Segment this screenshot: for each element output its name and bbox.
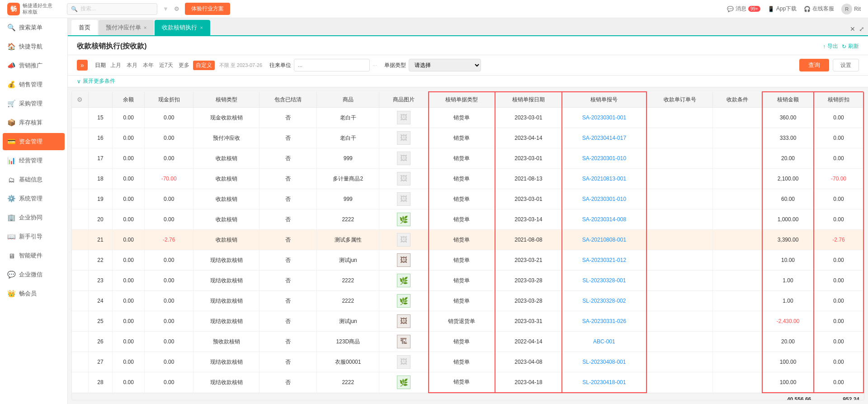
search-placeholder: 搜索... <box>80 5 96 13</box>
setting-button[interactable]: 设置 <box>833 59 859 71</box>
table-row: 17 0.00 0.00 收款核销 否 999 🖼 销货单 2023-03-01… <box>72 148 863 169</box>
table-row: 22 0.00 0.00 现结收款核销 否 测试jun 🖼 销货单 2023-0… <box>72 250 863 271</box>
sidebar-item-hardware[interactable]: 🖥智能硬件 <box>0 246 67 265</box>
td-goods-img: 🖼 <box>379 311 429 332</box>
td-balance: 0.00 <box>113 291 145 311</box>
doctype-select[interactable]: 请选择 <box>409 59 481 71</box>
td-seq: 25 <box>88 311 113 332</box>
td-writeoff-type: 现结收款核销 <box>193 372 259 393</box>
td-goods: 2222 <box>317 271 379 291</box>
maximize-icon[interactable]: ⤢ <box>859 25 864 33</box>
td-goods: 老白干 <box>317 128 379 148</box>
sidebar-item-search[interactable]: 🔍搜索菜单 <box>0 18 67 37</box>
industry-btn[interactable]: 体验行业方案 <box>185 3 230 15</box>
refresh-icon: ↻ <box>842 43 846 50</box>
export-button[interactable]: ↑ 导出 <box>823 43 838 50</box>
sidebar-item-operation[interactable]: 📊经营管理 <box>0 151 67 170</box>
td-writeoff-doc-no[interactable]: SA-20230331-026 <box>562 311 646 332</box>
td-writeoff-doc-no[interactable]: SL-20230418-001 <box>562 372 646 393</box>
table-body: 15 0.00 0.00 现金收款核销 否 老白干 🖼 销货单 2023-03-… <box>72 108 863 393</box>
td-writeoff-amount: 10.00 <box>762 250 814 271</box>
date-option-custom[interactable]: 自定义 <box>193 61 215 70</box>
close-window-icon[interactable]: ✕ <box>850 25 855 33</box>
date-option-7days[interactable]: 近7天 <box>157 61 175 70</box>
td-seq: 24 <box>88 291 113 311</box>
partner-more-icon[interactable]: ··· <box>373 62 377 68</box>
sidebar-item-basic[interactable]: 🗂基础信息 <box>0 170 67 189</box>
sidebar-item-system[interactable]: ⚙️系统管理 <box>0 189 67 208</box>
sidebar-label-sales: 销售管理 <box>19 81 42 89</box>
td-writeoff-doc-no[interactable]: SA-20230301-010 <box>562 189 646 209</box>
td-writeoff-doc-type: 销货单 <box>429 250 495 271</box>
td-writeoff-doc-no[interactable]: SA-20230414-017 <box>562 128 646 148</box>
td-goods-img: 🖼 <box>379 250 429 271</box>
sidebar-item-guide[interactable]: 📖新手引导 <box>0 227 67 246</box>
td-seq: 26 <box>88 332 113 352</box>
column-settings-icon[interactable]: ⚙ <box>77 96 83 103</box>
date-option-this-year[interactable]: 本年 <box>141 61 156 70</box>
td-receipt-order-no <box>646 148 713 169</box>
td-writeoff-doc-no[interactable]: SA-20230314-008 <box>562 209 646 230</box>
query-button[interactable]: 查询 <box>799 59 829 71</box>
sidebar-item-wechat[interactable]: 💬企业微信 <box>0 265 67 284</box>
td-writeoff-type: 现结收款核销 <box>193 311 259 332</box>
sidebar-icon-finance: 💳 <box>7 138 15 146</box>
td-writeoff-doc-no[interactable]: SL-20230328-001 <box>562 271 646 291</box>
td-writeoff-doc-no[interactable]: SA-20210808-001 <box>562 230 646 250</box>
user-action[interactable]: R Rit <box>841 4 861 14</box>
table-row: 28 0.00 0.00 现结收款核销 否 2222 🌿 销货单 2023-04… <box>72 372 863 393</box>
app-download-action[interactable]: 📱 App下载 <box>768 5 797 13</box>
td-writeoff-doc-no[interactable]: SL-20230328-002 <box>562 291 646 311</box>
refresh-button[interactable]: ↻ 刷新 <box>842 43 859 50</box>
sidebar-item-quick[interactable]: 🏠快捷导航 <box>0 37 67 56</box>
total-amount: 40,556,66... <box>787 396 816 401</box>
td-cash-discount: 0.00 <box>145 332 193 352</box>
date-option-this-month[interactable]: 本月 <box>125 61 139 70</box>
sidebar-item-member[interactable]: 👑畅会员 <box>0 284 67 303</box>
th-writeoff-doc-type: 核销单据类型 <box>429 92 495 108</box>
table-row: 18 0.00 -70.00 收款核销 否 多计量商品2 🖼 销货单 2021-… <box>72 169 863 189</box>
settings-icon[interactable]: ⚙ <box>174 5 179 12</box>
sidebar-label-member: 畅会员 <box>19 290 37 298</box>
tab-home[interactable]: 首页 <box>71 20 98 35</box>
td-writeoff-doc-no[interactable]: SA-20210813-001 <box>562 169 646 189</box>
td-writeoff-doc-no[interactable]: ABC-001 <box>562 332 646 352</box>
sidebar-item-inventory[interactable]: 📦库存核算 <box>0 113 67 132</box>
sidebar-icon-purchase: 🛒 <box>7 100 15 108</box>
tab-prepay[interactable]: 预付冲应付单× <box>99 20 154 35</box>
td-seq: 27 <box>88 352 113 372</box>
tab-collection[interactable]: 收款核销执行× <box>155 20 210 35</box>
td-balance: 0.00 <box>113 372 145 393</box>
date-option-more[interactable]: 更多 <box>177 61 191 70</box>
sidebar-item-sales[interactable]: 💰销售管理 <box>0 75 67 94</box>
tab-close-collection[interactable]: × <box>200 25 203 30</box>
sidebar-label-operation: 经营管理 <box>19 157 42 165</box>
td-receipt-order-no <box>646 311 713 332</box>
th-receipt-condition: 收款条件 <box>713 92 762 108</box>
expand-more-bar[interactable]: ∨ 展开更多条件 <box>68 76 868 87</box>
td-writeoff-doc-no[interactable]: SA-20230301-001 <box>562 108 646 128</box>
td-receipt-order-no <box>646 271 713 291</box>
td-writeoff-doc-no[interactable]: SA-20230301-010 <box>562 148 646 169</box>
partner-input[interactable] <box>294 59 370 71</box>
sidebar-item-enterprise[interactable]: 🏢企业协同 <box>0 208 67 227</box>
td-writeoff-amount: 20.00 <box>762 148 814 169</box>
sidebar-item-purchase[interactable]: 🛒采购管理 <box>0 94 67 113</box>
td-writeoff-doc-no[interactable]: SA-20230321-012 <box>562 250 646 271</box>
td-writeoff-amount: -2,430.00 <box>762 311 814 332</box>
sidebar-item-marketing[interactable]: 📣营销推广 <box>0 56 67 75</box>
service-action[interactable]: 🎧 在线客服 <box>804 5 834 13</box>
search-box[interactable]: 🔍 搜索... <box>67 3 157 15</box>
td-writeoff-doc-type: 销货单 <box>429 108 495 128</box>
td-writeoff-discount: 0.00 <box>814 332 863 352</box>
tab-close-prepay[interactable]: × <box>144 25 146 30</box>
sidebar-item-finance[interactable]: 💳资金管理 <box>3 133 65 150</box>
date-option-last-month[interactable]: 上月 <box>108 61 123 70</box>
dropdown-icon[interactable]: ▼ <box>163 5 169 12</box>
sidebar: 🔍搜索菜单🏠快捷导航📣营销推广💰销售管理🛒采购管理📦库存核算💳资金管理📊经营管理… <box>0 18 68 404</box>
td-writeoff-doc-no[interactable]: SL-20230408-001 <box>562 352 646 372</box>
sidebar-label-purchase: 采购管理 <box>19 100 42 108</box>
messages-action[interactable]: 💬 消息 99+ <box>727 5 760 13</box>
filter-expand-button[interactable]: » <box>77 60 88 71</box>
sidebar-label-system: 系统管理 <box>19 195 42 203</box>
